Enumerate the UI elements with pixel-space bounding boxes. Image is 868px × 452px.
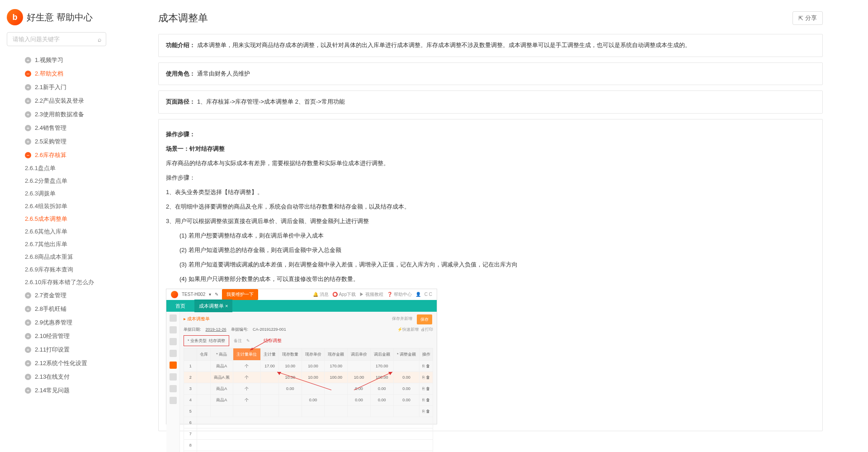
step-1: 1、表头业务类型选择【结存调整】。 (166, 186, 815, 198)
nav-2-3[interactable]: 2.3使用前数据准备 (25, 108, 106, 121)
step-3d: (4) 如果用户只调整部分数量的成本，可以直接修改带出的结存数量。 (166, 273, 815, 285)
nav-2-6-9[interactable]: 2.6.9库存账本查询 (25, 263, 106, 276)
search-box[interactable]: ⌕ (7, 32, 106, 46)
nav-2-6-4[interactable]: 2.6.4组装拆卸单 (25, 200, 106, 213)
nav-2-12[interactable]: 2.12系统个性化设置 (25, 357, 106, 370)
demo-leftnav (166, 312, 180, 452)
nav-2-6-10[interactable]: 2.6.10库存账本错了怎么办 (25, 276, 106, 289)
step-2: 2、在明细中选择要调整的商品及仓库，系统会自动带出结存数量和结存金额，以及结存成… (166, 201, 815, 213)
demo-screenshot: TEST-H002 ▾ ✎ 我要维护一下 🔔 消息 ⭕ App下载 ▶ 视频教程… (166, 289, 437, 424)
demo-save-btn: 保存 (417, 314, 432, 324)
nav-2-7[interactable]: 2.7资金管理 (25, 289, 106, 302)
steps-sub: 操作步骤： (166, 172, 815, 184)
demo-savenew: 保存并新增 (392, 314, 412, 323)
search-icon[interactable]: ⌕ (98, 36, 101, 43)
card-path: 页面路径：1、库存核算->库存管理->成本调整单 2、首页->常用功能 (158, 90, 823, 114)
intro-label: 功能介绍： (166, 42, 195, 48)
demo-table: 仓库* 商品 主计量单位主计量 现存数量现存单价现存金额 调后单价调后金额* 调… (184, 348, 433, 452)
step-3: 3、用户可以根据调整依据直接在调后单价、调后金额、调整金额列上进行调整 (166, 215, 815, 227)
page-title: 成本调整单 (158, 11, 208, 25)
brand-title: 好生意 帮助中心 (27, 11, 93, 24)
brand: b 好生意 帮助中心 (7, 9, 106, 25)
scene-desc: 库存商品的结存成本与实际成本有差异，需要根据结存数量和实际单位成本进行调整。 (166, 157, 815, 169)
nav-2-13[interactable]: 2.13在线支付 (25, 370, 106, 384)
role-text: 通常由财务人员维护 (197, 70, 250, 77)
nav-2-6-2[interactable]: 2.6.2分量盘点单 (25, 175, 106, 187)
nav-2-11[interactable]: 2.11打印设置 (25, 343, 106, 357)
demo-account: TEST-H002 (182, 290, 205, 299)
steps-title: 操作步骤： (166, 128, 815, 140)
path-text: 1、库存核算->库存管理->成本调整单 2、首页->常用功能 (197, 98, 345, 105)
nav-2-8[interactable]: 2.8手机旺铺 (25, 302, 106, 316)
nav-2-4[interactable]: 2.4销售管理 (25, 121, 106, 135)
sidebar: b 好生意 帮助中心 ⌕ 1.视频学习 2.帮助文档 2.1新手入门 2.2产品… (0, 0, 113, 452)
nav-2-6-5[interactable]: 2.6.5成本调整单 (25, 213, 106, 225)
role-label: 使用角色： (166, 70, 195, 77)
share-button[interactable]: ⇱ 分享 (793, 11, 823, 25)
path-label: 页面路径： (166, 98, 195, 105)
nav-2-1[interactable]: 2.1新手入门 (25, 81, 106, 94)
nav-video[interactable]: 1.视频学习 (25, 53, 106, 67)
nav-2-5[interactable]: 2.5采购管理 (25, 135, 106, 148)
demo-red-label: 结存调整 (264, 336, 282, 345)
demo-avatar-icon: 👤 (415, 290, 421, 299)
main-content: 成本调整单 ⇱ 分享 功能介绍：成本调整单，用来实现对商品结存成本的调整，以及针… (113, 0, 868, 452)
nav-2-2[interactable]: 2.2产品安装及登录 (25, 94, 106, 108)
steps-block: 操作步骤： 场景一：针对结存调整 库存商品的结存成本与实际成本有差异，需要根据结… (158, 119, 823, 431)
logo-icon: b (7, 9, 23, 25)
demo-tab-home: 首页 (171, 300, 190, 312)
intro-text: 成本调整单，用来实现对商品结存成本的调整，以及针对具体的出入库单进行成本调整。库… (197, 42, 691, 48)
demo-tab-doc: 成本调整单 × (194, 300, 232, 312)
search-input[interactable] (12, 35, 98, 43)
step-3a: (1) 若用户想要调整结存成本，则在调后单价中录入成本 (166, 230, 815, 242)
nav-2-6[interactable]: 2.6库存核算 (25, 148, 106, 162)
nav-2-6-8[interactable]: 2.6.8商品成本重算 (25, 251, 106, 263)
share-label: 分享 (805, 14, 817, 22)
nav-2-6-1[interactable]: 2.6.1盘点单 (25, 162, 106, 175)
nav-2-6-7[interactable]: 2.6.7其他出库单 (25, 238, 106, 251)
demo-logo-icon (171, 291, 178, 298)
nav-tree: 1.视频学习 2.帮助文档 2.1新手入门 2.2产品安装及登录 2.3使用前数… (7, 53, 106, 397)
nav-helpdoc[interactable]: 2.帮助文档 (25, 67, 106, 81)
card-intro: 功能介绍：成本调整单，用来实现对商品结存成本的调整，以及针对具体的出入库单进行成… (158, 34, 823, 57)
scene-title: 场景一：针对结存调整 (166, 143, 815, 155)
nav-2-6-3[interactable]: 2.6.3调拨单 (25, 187, 106, 200)
nav-2-6-6[interactable]: 2.6.6其他入库单 (25, 225, 106, 238)
step-3b: (2) 若用户知道调整总的结存金额，则在调后金额中录入总金额 (166, 244, 815, 256)
nav-2-10[interactable]: 2.10经营管理 (25, 329, 106, 343)
nav-2-14[interactable]: 2.14常见问题 (25, 384, 106, 397)
demo-new-btn: 我要维护一下 (222, 289, 258, 300)
nav-2-9[interactable]: 2.9优惠券管理 (25, 316, 106, 329)
card-role: 使用角色：通常由财务人员维护 (158, 62, 823, 86)
share-icon: ⇱ (798, 15, 803, 22)
step-3c: (3) 若用户知道要调增或调减的成本差值，则在调整金额中录入差值，调增录入正值，… (166, 259, 815, 271)
demo-biztype: * 业务类型 结存调整 (184, 335, 229, 346)
